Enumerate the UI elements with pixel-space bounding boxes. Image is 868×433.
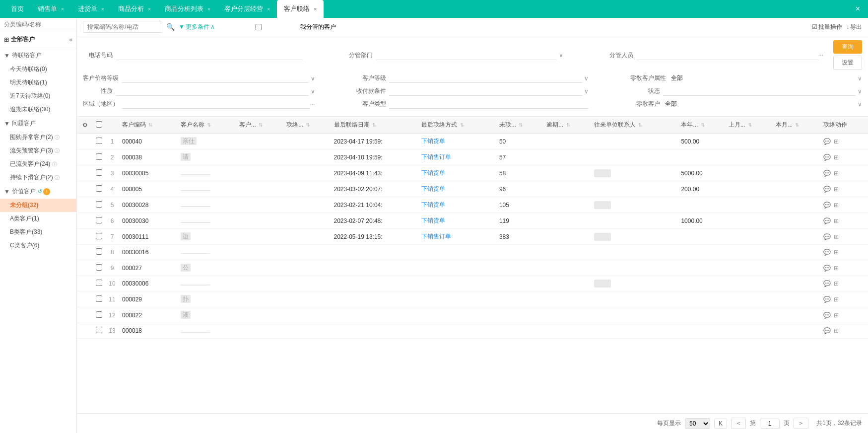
col-last-way[interactable]: 最后联络方式 ⇅ (418, 117, 496, 134)
nature-input[interactable] (116, 86, 309, 96)
cell-checkbox[interactable] (93, 213, 105, 229)
col-this-month[interactable]: 本月... ⇅ (773, 117, 820, 134)
prev-page-btn[interactable]: ＜ (731, 418, 746, 429)
grid-action-icon[interactable]: ⊞ (834, 202, 839, 209)
cell-checkbox[interactable] (93, 197, 105, 213)
col-overdue[interactable]: 逾期... ⇅ (543, 117, 591, 134)
col-name[interactable]: 客户名称 ⇅ (178, 117, 236, 134)
my-customers-checkbox[interactable] (219, 24, 298, 30)
search-submit-btn[interactable]: 查询 (833, 40, 862, 54)
cell-checkbox[interactable] (93, 229, 105, 245)
contact-way-link[interactable]: 下销货单 (421, 201, 445, 208)
cell-checkbox[interactable] (93, 291, 105, 307)
sidebar-item-overdue[interactable]: 逾期未联络(30) (0, 103, 76, 116)
message-icon[interactable]: 💬 (823, 186, 831, 193)
sidebar-item-class-a[interactable]: A类客户(1) (0, 212, 76, 225)
status-icon[interactable]: ∨ (858, 88, 862, 95)
region-dots-btn[interactable]: ··· (310, 101, 315, 108)
grid-action-icon[interactable]: ⊞ (834, 312, 839, 319)
grid-action-icon[interactable]: ⊞ (834, 154, 839, 161)
cell-checkbox[interactable] (93, 165, 105, 181)
close-sales[interactable]: × (61, 6, 64, 12)
grid-action-icon[interactable]: ⊞ (834, 249, 839, 256)
per-page-select[interactable]: 50 100 200 (685, 418, 710, 429)
col-contact[interactable]: 联络... ⇅ (283, 117, 331, 134)
contact-way-link[interactable]: 下销货单 (421, 217, 445, 224)
person-dots-btn[interactable]: ··· (818, 52, 823, 59)
message-icon[interactable]: 💬 (823, 280, 831, 287)
sidebar-section-problem[interactable]: ▼ 问题客户 (0, 116, 76, 131)
grid-action-icon[interactable]: ⊞ (834, 217, 839, 224)
row-checkbox[interactable] (96, 153, 102, 160)
row-checkbox[interactable] (96, 169, 102, 176)
customer-level-icon[interactable]: ∨ (584, 75, 589, 82)
row-checkbox[interactable] (96, 201, 102, 208)
row-checkbox[interactable] (96, 280, 102, 286)
message-icon[interactable]: 💬 (823, 312, 831, 319)
nav-sales[interactable]: 销售单 × (31, 0, 71, 18)
cell-checkbox[interactable] (93, 134, 105, 149)
grid-action-icon[interactable]: ⊞ (834, 265, 839, 272)
contact-way-link[interactable]: 下销售订单 (421, 233, 451, 240)
grid-action-icon[interactable]: ⊞ (834, 233, 839, 240)
sidebar-item-hoarding[interactable]: 囤购异常客户(2) ⓘ (0, 131, 76, 144)
cell-checkbox[interactable] (93, 276, 105, 291)
sidebar-item-class-b[interactable]: B类客户(33) (0, 225, 76, 239)
sidebar-item-ungrouped[interactable]: 未分组(32) (0, 199, 76, 212)
nav-purchase[interactable]: 进货单 × (71, 0, 111, 18)
search-button[interactable]: 🔍 (166, 23, 175, 31)
export-btn[interactable]: ↓ 导出 (846, 23, 862, 31)
close-all-tabs[interactable]: × (852, 4, 864, 13)
region-input[interactable] (122, 99, 310, 109)
retail-attr-icon[interactable]: ∨ (858, 75, 862, 82)
filter-more-btn[interactable]: ▼ 更多条件 ∧ (179, 23, 215, 31)
sidebar-item-today[interactable]: 今天待联络(0) (0, 63, 76, 76)
row-checkbox[interactable] (96, 138, 102, 144)
row-checkbox[interactable] (96, 233, 102, 239)
status-input[interactable] (663, 86, 856, 96)
row-checkbox[interactable] (96, 248, 102, 255)
first-page-btn[interactable]: K (714, 419, 727, 429)
cell-checkbox[interactable] (93, 307, 105, 323)
close-analysis[interactable]: × (148, 6, 151, 12)
phone-input[interactable] (116, 51, 303, 60)
price-level-icon[interactable]: ∨ (311, 75, 315, 82)
nav-analysis[interactable]: 商品分析 × (111, 0, 158, 18)
col-type[interactable]: 客户... ⇅ (236, 117, 283, 134)
sidebar-collapse-icon[interactable]: « (69, 36, 72, 43)
message-icon[interactable]: 💬 (823, 327, 831, 334)
row-checkbox[interactable] (96, 311, 102, 318)
grid-action-icon[interactable]: ⊞ (834, 296, 839, 303)
search-input[interactable] (83, 21, 162, 33)
nav-customer-contact[interactable]: 客户联络 × (277, 0, 324, 18)
close-purchase[interactable]: × (101, 6, 104, 12)
message-icon[interactable]: 💬 (823, 249, 831, 256)
dept-input[interactable] (376, 51, 556, 60)
nav-customer-tier[interactable]: 客户分层经营 × (217, 0, 277, 18)
sidebar-item-class-c[interactable]: C类客户(6) (0, 239, 76, 252)
contact-way-link[interactable]: 下销货单 (421, 169, 445, 176)
col-code[interactable]: 客户编码 ⇅ (119, 117, 178, 134)
row-checkbox[interactable] (96, 295, 102, 302)
payment-icon[interactable]: ∨ (584, 88, 589, 95)
grid-action-icon[interactable]: ⊞ (834, 170, 839, 177)
dept-dropdown-icon[interactable]: ∨ (559, 52, 563, 59)
sidebar-item-tomorrow[interactable]: 明天待联络(1) (0, 76, 76, 89)
reset-btn[interactable]: 设置 (833, 56, 862, 70)
grid-action-icon[interactable]: ⊞ (834, 138, 839, 145)
message-icon[interactable]: 💬 (823, 138, 831, 145)
cell-checkbox[interactable] (93, 181, 105, 197)
sidebar-item-churned[interactable]: 已流失客户(24) ⓘ (0, 157, 76, 171)
row-checkbox[interactable] (96, 217, 102, 223)
nav-analysis-list[interactable]: 商品分析列表 × (158, 0, 217, 18)
nature-icon[interactable]: ∨ (311, 88, 315, 95)
sidebar-search-input[interactable] (4, 21, 77, 28)
cell-checkbox[interactable] (93, 245, 105, 260)
next-page-btn[interactable]: ＞ (794, 418, 808, 429)
close-customer-tier[interactable]: × (267, 6, 270, 12)
col-setting[interactable]: ⚙ (77, 117, 93, 134)
contact-way-link[interactable]: 下销货单 (421, 185, 445, 192)
sidebar-all-customers[interactable]: ⊞ 全部客户 « (0, 31, 76, 48)
my-customers-filter[interactable]: 我分管的客户 (219, 23, 336, 31)
payment-input[interactable] (389, 86, 582, 96)
